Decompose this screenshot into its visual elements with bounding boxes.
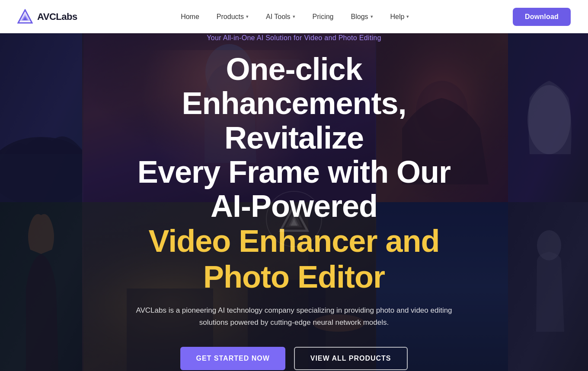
nav-home[interactable]: Home (174, 10, 206, 24)
hero-title: One-click Enhancements, Revitalize Every… (117, 52, 471, 295)
hero-buttons: GET STARTED NOW VIEW ALL PRODUCTS (117, 347, 471, 370)
hero-title-line1: One-click Enhancements, Revitalize (117, 52, 471, 155)
navbar: AVCLabs Home Products ▾ AI Tools ▾ Prici… (0, 0, 588, 33)
view-all-products-button[interactable]: VIEW ALL PRODUCTS (294, 347, 408, 370)
get-started-button[interactable]: GET STARTED NOW (180, 347, 285, 370)
logo-link[interactable]: AVCLabs (17, 9, 77, 25)
blogs-chevron-icon: ▾ (371, 14, 373, 19)
logo-text: AVCLabs (37, 11, 77, 22)
nav-blogs[interactable]: Blogs ▾ (344, 10, 380, 24)
nav-pricing[interactable]: Pricing (306, 10, 341, 24)
hero-section: Your All-in-One AI Solution for Video an… (0, 0, 588, 371)
nav-help[interactable]: Help ▾ (383, 10, 416, 24)
nav-products[interactable]: Products ▾ (210, 10, 256, 24)
help-chevron-icon: ▾ (406, 14, 409, 19)
hero-logo-watermark (266, 191, 322, 247)
ai-tools-chevron-icon: ▾ (293, 14, 295, 19)
hero-description: AVCLabs is a pioneering AI technology co… (130, 304, 458, 329)
products-chevron-icon: ▾ (246, 14, 249, 19)
hero-subtitle: Your All-in-One AI Solution for Video an… (117, 34, 471, 42)
download-button[interactable]: Download (513, 8, 571, 26)
nav-ai-tools[interactable]: AI Tools ▾ (259, 10, 302, 24)
nav-links: Home Products ▾ AI Tools ▾ Pricing Blogs… (174, 10, 416, 24)
avcLabs-logo-icon (17, 9, 33, 25)
